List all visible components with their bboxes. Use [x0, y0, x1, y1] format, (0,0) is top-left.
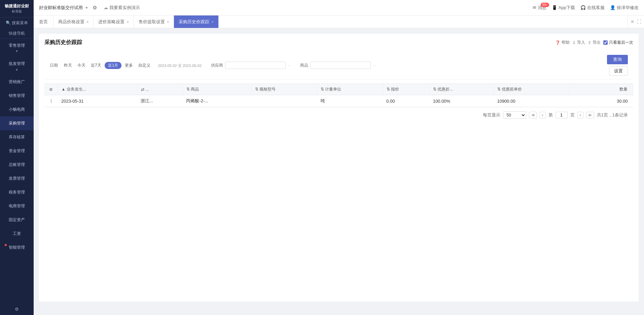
row-no: 1	[44, 95, 58, 107]
supplier-label: 供应商	[211, 63, 223, 68]
col-more[interactable]: ⇄ ...	[137, 84, 183, 95]
pagination: 每页显示 10 20 50 100 ⊲ ‹ 第 页 › ⊳ 共1页，1条记录	[44, 107, 633, 123]
sidebar-settings-btn[interactable]: ⚙	[0, 303, 34, 315]
col-discount[interactable]: ⇅ 优惠折...	[430, 84, 494, 95]
filter-settings-button[interactable]: 设置	[609, 66, 628, 76]
sidebar-item-label: 小畅电商	[9, 107, 25, 112]
row-supplier: 浙江...	[137, 95, 183, 107]
supplier-input[interactable]	[225, 62, 286, 69]
search-icon: 🔍	[6, 21, 11, 25]
sidebar-item-ecommerce[interactable]: 电商管理	[0, 199, 34, 213]
tab-home[interactable]: 首页	[34, 15, 53, 28]
goods-label: 商品	[300, 63, 308, 68]
sidebar-item-label: 批发管理	[9, 61, 25, 67]
settings-icon[interactable]: ⚙	[93, 5, 97, 11]
sidebar-item-inventory[interactable]: 库存核算	[0, 130, 34, 144]
sidebar-item-purchase[interactable]: 采购管理	[0, 116, 34, 130]
headset-icon: 🎧	[580, 5, 586, 10]
last-page-btn[interactable]: ⊳	[586, 112, 594, 118]
user-menu[interactable]: 👤 徐泽华修改	[610, 5, 639, 11]
query-button[interactable]: 查询	[607, 55, 628, 64]
sidebar-quick-nav[interactable]: 快捷导航	[0, 29, 34, 39]
sidebar-search[interactable]: 🔍 搜索菜单	[0, 18, 34, 29]
sidebar-item-finance[interactable]: 资金管理	[0, 144, 34, 158]
sidebar-item-invoice[interactable]: 发票管理	[0, 172, 34, 185]
app-download-btn[interactable]: 📱 App下载	[552, 5, 575, 11]
per-page-label: 每页显示	[483, 112, 500, 118]
filter-actions: 查询 设置	[607, 55, 628, 76]
message-badge: 99+	[541, 3, 549, 7]
sidebar-item-intelligent[interactable]: 智能管理	[0, 241, 34, 254]
message-btn[interactable]: ✉ 消息 99+	[533, 5, 546, 11]
col-price[interactable]: ⇅ 报价	[383, 84, 430, 95]
import-btn[interactable]: ⇩ 导入	[572, 40, 585, 45]
date-btn-1month[interactable]: 近1月	[105, 62, 122, 69]
table-header-row: ⚙ ▲ 业务发生... ⇄ ... ⇅ 商品	[44, 84, 633, 95]
tab-goods-price[interactable]: 商品价格设置 ×	[53, 15, 94, 28]
sidebar-item-fixed-assets[interactable]: 固定资产	[0, 213, 34, 227]
sidebar-item-ecommerce-small[interactable]: 小畅电商	[0, 103, 34, 116]
help-btn[interactable]: ❓ 帮助	[555, 40, 570, 45]
tab-price-strategy[interactable]: 进价策略设置 ×	[94, 15, 134, 28]
close-icon[interactable]: ×	[86, 20, 88, 24]
tab-label: 采购历史价跟踪	[179, 19, 209, 25]
row-qty: 30.00	[569, 95, 633, 107]
close-icon[interactable]: ×	[167, 20, 169, 24]
date-range-display: 2023-05-02 至 2023-06-02	[158, 63, 202, 68]
sidebar-item-label: 总账管理	[9, 162, 25, 168]
date-btn-today[interactable]: 今天	[75, 62, 87, 69]
sidebar-item-retail[interactable]: 零售管理 ▼	[0, 39, 34, 57]
col-spec[interactable]: ⇅ 规格型号	[251, 84, 317, 95]
user-avatar-icon: 👤	[610, 5, 615, 10]
close-tab-btn[interactable]: ✕	[631, 19, 634, 24]
supplier-more-icon[interactable]: ···	[288, 63, 291, 67]
row-goods: 丙烯酸-2-...	[183, 95, 251, 107]
col-original-price[interactable]: ⇅ 优惠前单价	[494, 84, 569, 95]
date-btn-custom[interactable]: 自定义	[136, 62, 152, 69]
col-date[interactable]: ▲ 业务发生...	[58, 84, 137, 95]
date-btn-7days[interactable]: 近7天	[89, 62, 103, 69]
sidebar-item-label: 税务管理	[9, 189, 25, 195]
prev-page-btn[interactable]: ‹	[540, 112, 546, 118]
sidebar-item-sales[interactable]: 销售管理	[0, 89, 34, 103]
table-row: 1 2023-05-31 浙江... 丙烯酸-2-... 吨 0.00 100.…	[44, 95, 633, 107]
sidebar-item-ledger[interactable]: 总账管理	[0, 158, 34, 172]
close-icon[interactable]: ×	[127, 20, 129, 24]
tab-purchase-history[interactable]: 采购历史价跟踪 ×	[174, 15, 218, 28]
sidebar-item-marketing[interactable]: 营销推广	[0, 75, 34, 89]
total-info: 共1页，1条记录	[597, 112, 628, 118]
sidebar-item-payroll[interactable]: 工资	[0, 227, 34, 241]
next-page-btn[interactable]: ›	[577, 112, 583, 118]
only-last-checkbox[interactable]	[603, 40, 608, 45]
close-icon[interactable]: ×	[211, 20, 213, 24]
sidebar-item-label: 电商管理	[9, 203, 25, 209]
goods-more-icon[interactable]: ···	[373, 63, 376, 67]
tab-price-extract[interactable]: 售价提取设置 ×	[134, 15, 174, 28]
help-icon: ❓	[555, 40, 560, 45]
export-btn[interactable]: ⇧ 导出	[588, 40, 601, 45]
table-body: 1 2023-05-31 浙江... 丙烯酸-2-... 吨 0.00 100.…	[44, 95, 633, 107]
sidebar-item-label: 工资	[13, 231, 21, 237]
tab-home-label: 首页	[39, 19, 48, 25]
per-page-select[interactable]: 10 20 50 100	[503, 111, 526, 119]
edition-selector[interactable]: 好业财标准版交付试用 ▼	[39, 5, 88, 11]
sidebar-item-tax[interactable]: 税务管理	[0, 185, 34, 199]
page-title: 采购历史价跟踪	[44, 39, 82, 46]
edition-name: 好业财标准版交付试用	[39, 5, 83, 11]
sidebar-logo: 畅捷通好业财 标准版	[0, 0, 34, 18]
demo-link[interactable]: ☁ 我要看实例演示	[104, 5, 140, 11]
page-actions: ❓ 帮助 ⇩ 导入 ⇧ 导出 只看最后一次	[555, 40, 633, 45]
date-btn-more[interactable]: 更多	[123, 62, 135, 69]
first-page-btn[interactable]: ⊲	[529, 112, 537, 118]
col-unit[interactable]: ⇅ 计量单位	[317, 84, 383, 95]
expand-tab-btn[interactable]: ⛶	[637, 19, 641, 24]
tabbar-controls: ✕ ⛶	[628, 15, 644, 28]
date-btn-yesterday[interactable]: 昨天	[62, 62, 74, 69]
sidebar-item-wholesale[interactable]: 批发管理 ▲	[0, 57, 34, 75]
supplier-filter: 供应商 ···	[211, 62, 291, 69]
goods-input[interactable]	[310, 62, 371, 69]
online-support-btn[interactable]: 🎧 在线客服	[580, 5, 605, 11]
col-goods[interactable]: ⇅ 商品	[183, 84, 251, 95]
page-number-input[interactable]	[556, 112, 568, 118]
col-gear[interactable]: ⚙	[44, 84, 58, 95]
